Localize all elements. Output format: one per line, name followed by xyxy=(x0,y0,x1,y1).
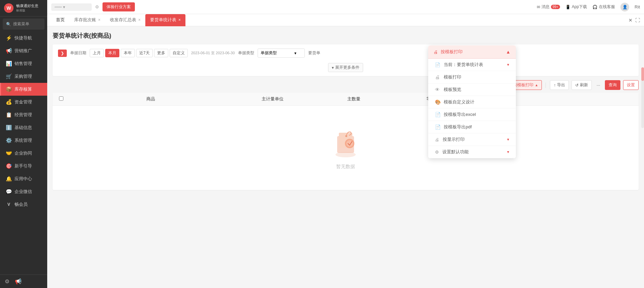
setting-btn[interactable]: 设置 xyxy=(623,80,639,90)
tab-close-icon[interactable]: × xyxy=(178,18,181,22)
dropdown-set-default-left: ⚙ 设置默认功能 xyxy=(435,149,469,155)
sidebar-item-purchase[interactable]: 🛒 采购管理 xyxy=(0,70,47,83)
scrollbar-thumb[interactable] xyxy=(641,67,644,81)
th-unit: 主计量单位 xyxy=(232,96,313,102)
dropdown-item-label: 模板自定义设计 xyxy=(444,99,474,105)
main-area: ━━━ ▾ ⚙ 体验行业方案 ✉ 消息 99+ 📱 App下载 🎧 在线客服 👤… xyxy=(47,0,644,288)
sidebar-item-guide[interactable]: 🎯 新手引导 xyxy=(0,160,47,172)
guide-icon: 🎯 xyxy=(6,163,12,169)
online-service-btn[interactable]: 🎧 在线客服 xyxy=(592,4,615,10)
speaker-icon[interactable]: 📢 xyxy=(15,278,22,285)
export-btn[interactable]: ↑ 导出 xyxy=(550,80,569,90)
user-avatar[interactable]: 👤 xyxy=(620,3,629,11)
tab-collect-total[interactable]: 收发存汇总表 × xyxy=(105,14,145,26)
select-all-checkbox[interactable] xyxy=(59,96,63,101)
expand-btn[interactable]: ▾ 展开更多条件 xyxy=(328,63,363,72)
tab-close-icon[interactable]: × xyxy=(98,18,100,22)
select-arrow-icon: ▾ xyxy=(294,51,296,56)
dropdown-item-label: 模板预览 xyxy=(444,87,461,93)
set-default-arrow: ▾ xyxy=(507,150,509,154)
filter-collapse-btn[interactable]: ❯ xyxy=(58,50,67,57)
sidebar-bottom: ⚙ 📢 xyxy=(0,275,47,288)
display-print-icon: 🖨 xyxy=(435,137,439,142)
dropdown-collapse-btn[interactable]: ▲ xyxy=(506,49,510,55)
tab-home[interactable]: 首页 xyxy=(51,14,69,26)
toolbar-ellipsis[interactable]: ··· xyxy=(594,81,602,89)
tab-close-icon[interactable]: × xyxy=(138,18,141,22)
dropdown-print-icon: 🖨 xyxy=(434,50,438,55)
dropdown-item-template-print[interactable]: 🖨 模板打印 xyxy=(428,71,516,84)
dropdown-item-export-excel[interactable]: 📄 按模板导出excel xyxy=(428,108,516,121)
table-card: 商品 主计量单位 主数量 零售金额 暂无数据 xyxy=(53,93,639,190)
filter-card: ❯ 单据日期 上月 本月 本年 近7天 更多 自定义 2023-06-01 至 … xyxy=(53,44,639,76)
date-btn-this-year[interactable]: 本年 xyxy=(121,49,135,57)
inventory-icon: 📦 xyxy=(6,86,12,92)
dropdown-item-template-preview[interactable]: 👁 模板预览 xyxy=(428,84,516,96)
export-label: 导出 xyxy=(557,82,565,88)
sidebar-item-apps[interactable]: 🔔 应用中心 xyxy=(0,172,47,185)
sidebar-item-corp[interactable]: 🤝 企业协同 xyxy=(0,147,47,160)
scrollbar[interactable] xyxy=(641,67,644,128)
topbar-settings-icon[interactable]: ⚙ xyxy=(95,4,99,9)
dropdown-current[interactable]: 📄 当前：要货单统计表 ▾ xyxy=(428,59,516,71)
print-arrow-icon: ▲ xyxy=(535,83,538,87)
export-icon: ↑ xyxy=(554,83,556,88)
base-icon: ℹ️ xyxy=(6,125,12,131)
sidebar-item-system[interactable]: ⚙️ 系统管理 xyxy=(0,134,47,147)
date-btn-last-month[interactable]: 上月 xyxy=(90,49,104,57)
tab-label: 收发存汇总表 xyxy=(110,17,136,23)
dropdown-item-label: 按模板导出excel xyxy=(444,111,476,118)
message-btn[interactable]: ✉ 消息 99+ xyxy=(537,4,560,10)
template-design-icon: 🎨 xyxy=(435,99,440,105)
nav-label: 企业微信 xyxy=(14,189,32,195)
date-btn-custom[interactable]: 自定义 xyxy=(170,49,188,57)
content-area: 要货单统计表(按商品) ❯ 单据日期 上月 本月 本年 近7天 更多 自定义 2… xyxy=(47,26,644,288)
sidebar-item-sales[interactable]: 📊 销售管理 xyxy=(0,57,47,70)
date-btn-7days[interactable]: 近7天 xyxy=(136,49,153,57)
tab-label: 要货单统计表 xyxy=(150,17,176,23)
app-download-btn[interactable]: 📱 App下载 xyxy=(565,4,587,10)
nav-label: 采购管理 xyxy=(14,73,32,79)
th-product: 商品 xyxy=(69,96,232,102)
sidebar-item-wechat[interactable]: 💬 企业微信 xyxy=(0,185,47,198)
query-btn[interactable]: 查询 xyxy=(605,80,620,90)
print-label: 按模板打印 xyxy=(513,82,533,88)
nav-label: 系统管理 xyxy=(14,137,32,143)
tab-close-all-icon[interactable]: ✕ xyxy=(628,18,633,23)
tab-inventory-batch[interactable]: 库存批次账 × xyxy=(69,14,105,26)
th-quantity: 主数量 xyxy=(313,96,394,102)
tab-goods-stat[interactable]: 要货单统计表 × xyxy=(145,14,185,26)
date-btn-this-month[interactable]: 本月 xyxy=(105,49,119,57)
sidebar-item-finance[interactable]: 💰 资金管理 xyxy=(0,96,47,108)
system-icon: ⚙️ xyxy=(6,137,12,143)
sidebar-item-operations[interactable]: 📋 经营管理 xyxy=(0,108,47,121)
sidebar-item-quick-nav[interactable]: ⚡ 快捷导航 xyxy=(0,32,47,44)
tab-maximize-icon[interactable]: ⛶ xyxy=(635,18,640,23)
dropdown-title-area: 🖨 按模板打印 xyxy=(434,49,463,55)
dropdown-item-export-pdf[interactable]: 📄 按模板导出pdf xyxy=(428,121,516,133)
date-btn-more[interactable]: 更多 xyxy=(154,49,168,57)
sidebar-item-marketing[interactable]: 📢 营销推广 xyxy=(0,44,47,57)
refresh-icon: ↺ xyxy=(575,83,579,88)
type-select[interactable]: 单据类型 ▾ xyxy=(258,49,305,58)
dropdown-item-template-design[interactable]: 🎨 模板自定义设计 xyxy=(428,96,516,108)
sidebar-item-member[interactable]: V 畅会员 xyxy=(0,198,47,211)
online-service-label: 在线客服 xyxy=(599,4,615,10)
export-pdf-icon: 📄 xyxy=(435,124,440,130)
trial-btn[interactable]: 体验行业方案 xyxy=(103,2,135,11)
sales-icon: 📊 xyxy=(6,61,12,67)
settings-icon[interactable]: ⚙ xyxy=(5,278,9,285)
dropdown-display-print[interactable]: 🖨 按显示打印 ▾ xyxy=(428,133,516,146)
topbar-search[interactable]: ━━━ ▾ xyxy=(51,3,92,11)
sidebar-item-base[interactable]: ℹ️ 基础信息 xyxy=(0,121,47,134)
refresh-btn[interactable]: ↺ 刷新 xyxy=(572,80,592,90)
quick-nav-icon: ⚡ xyxy=(6,35,12,41)
sidebar-search[interactable]: 🔍 搜索菜单 xyxy=(3,19,45,30)
print-dropdown: 🖨 按模板打印 ▲ 📄 当前：要货单统计表 ▾ 🖨 模板打印 👁 模板预览 🎨 … xyxy=(428,45,516,158)
dropdown-current-arrow: ▾ xyxy=(507,62,509,67)
empty-state: 暂无数据 xyxy=(53,106,639,190)
dropdown-set-default[interactable]: ⚙ 设置默认功能 ▾ xyxy=(428,146,516,158)
set-default-icon: ⚙ xyxy=(435,150,439,155)
sidebar-item-inventory[interactable]: 📦 库存核算 xyxy=(0,83,47,96)
empty-icon xyxy=(329,126,362,160)
